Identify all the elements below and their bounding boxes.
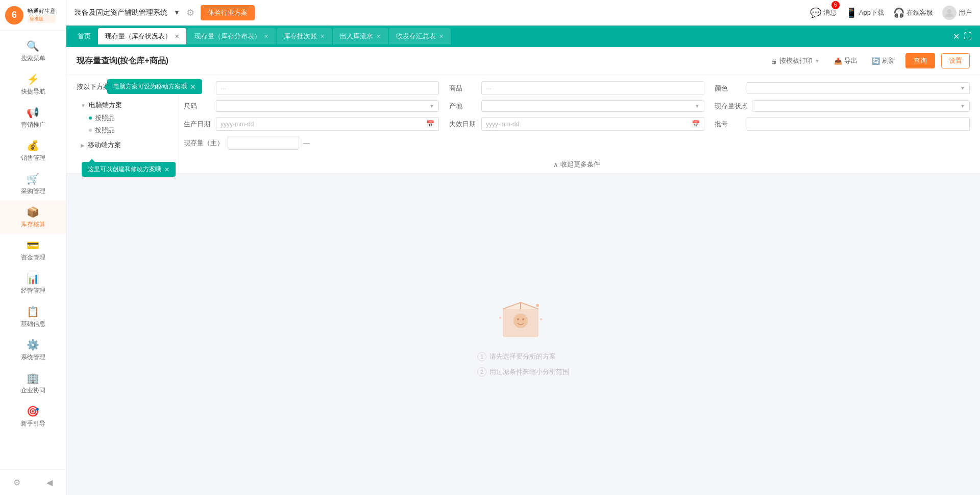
quicknav-icon: ⚡ xyxy=(27,73,39,85)
sidebar-item-guide[interactable]: 🎯 新手引导 xyxy=(0,400,66,433)
marketing-icon: 📢 xyxy=(27,106,39,119)
filter-origin-select[interactable]: ▼ xyxy=(481,100,704,112)
sidebar-item-system[interactable]: ⚙️ 系统管理 xyxy=(0,334,66,367)
message-badge: 6 xyxy=(831,1,840,9)
tooltip2-before xyxy=(89,159,95,162)
scheme-desktop[interactable]: ▼ 电脑端方案 xyxy=(77,99,173,112)
sidebar-item-enterprise[interactable]: 🏢 企业协同 xyxy=(0,367,66,400)
filter-color-select[interactable]: ▼ xyxy=(747,82,970,94)
sidebar-item-inventory[interactable]: 📦 库存核算 xyxy=(0,201,66,234)
close-tab-button[interactable]: ✕ xyxy=(953,32,960,41)
sidebar-item-search[interactable]: 🔍 搜索菜单 xyxy=(0,35,66,68)
template-print-button[interactable]: 🖨 按模板打印 ▼ xyxy=(767,54,824,67)
svg-point-4 xyxy=(522,318,524,320)
user-action[interactable]: 用户 xyxy=(942,6,972,20)
filter-size-select[interactable]: ▼ xyxy=(216,100,439,112)
sidebar-item-operations[interactable]: 📊 经营管理 xyxy=(0,267,66,300)
dots-icon: ··· xyxy=(220,84,226,92)
filter-row-stock-qty: 现存量（主） — xyxy=(184,136,439,150)
filter-stock-qty-min[interactable] xyxy=(228,136,299,150)
tab-receive-summary[interactable]: 收发存汇总表 ✕ xyxy=(389,28,451,44)
tab-inventory-status[interactable]: 现存量（库存状况表） ✕ xyxy=(98,28,186,44)
filter-grid: 仓库 ··· 商品 ··· 颜色 xyxy=(184,81,970,156)
collapse-label: 收起更多条件 xyxy=(560,160,600,169)
filter-color-label: 颜色 xyxy=(715,84,743,93)
filter-product-label: 商品 xyxy=(449,84,477,93)
sidebar-item-marketing[interactable]: 📢 营销推广 xyxy=(0,101,66,134)
dropdown-icon: ▼ xyxy=(815,58,820,64)
chevron-up-icon: ∧ xyxy=(553,161,558,169)
sub-scheme-1[interactable]: 按照品 xyxy=(77,112,173,124)
tab-close-icon[interactable]: ✕ xyxy=(439,33,444,40)
top-header: 装备及固定资产辅助管理系统 ▼ ⚙ 体验行业方案 💬 6 消息 📱 App下载 … xyxy=(66,0,980,26)
sub-scheme-2[interactable]: 按照品 xyxy=(77,124,173,136)
filter-mfg-date-start[interactable]: yyyy-mm-dd 📅 xyxy=(216,117,439,131)
message-action[interactable]: 💬 6 消息 xyxy=(810,7,837,18)
filter-batch-input[interactable] xyxy=(747,117,970,131)
filter-row-size: 尺码 ▼ xyxy=(184,100,439,112)
filter-mfg-date-label: 生产日期 xyxy=(184,120,212,129)
app-download-action[interactable]: 📱 App下载 xyxy=(846,7,884,18)
sidebar-item-sales[interactable]: 💰 销售管理 xyxy=(0,134,66,168)
tab-batch-account[interactable]: 库存批次账 ✕ xyxy=(277,28,332,44)
sidebar-item-purchase[interactable]: 🛒 采购管理 xyxy=(0,168,66,201)
tooltip2-text: 这里可以创建和修改方案哦 xyxy=(88,165,161,174)
message-label: 消息 xyxy=(823,8,837,17)
svg-point-7 xyxy=(540,318,542,320)
sidebar-item-label: 库存核算 xyxy=(21,220,45,229)
filter-section: 按以下方案查询 + ✎ « 电脑方案可设为移动方案哦 ✕ ▼ 电脑端 xyxy=(66,75,980,174)
settings-button[interactable]: 设置 xyxy=(941,53,970,68)
filter-stock-status-select[interactable]: ▼ xyxy=(752,100,970,112)
filter-warehouse-input[interactable]: ··· xyxy=(216,81,439,95)
tab-inout-flow[interactable]: 出入库流水 ✕ xyxy=(333,28,388,44)
tab-inventory-dist-label: 现存量（库存分布表） xyxy=(194,32,261,41)
filter-row-exp-date: 失效日期 yyyy-mm-dd 📅 xyxy=(449,117,704,131)
content-area: 现存量查询(按仓库+商品) 🖨 按模板打印 ▼ 📤 导出 🔄 刷新 查询 设置 xyxy=(66,47,980,495)
collapse-filter-button[interactable]: ∧ 收起更多条件 xyxy=(184,156,970,173)
sidebar-item-label: 经营管理 xyxy=(21,287,45,295)
phone-icon: 📱 xyxy=(846,7,857,18)
scheme-mobile-label: 移动端方案 xyxy=(88,140,121,150)
support-action[interactable]: 🎧 在线客服 xyxy=(893,7,933,18)
refresh-icon: 🔄 xyxy=(872,57,880,65)
page-title: 现存量查询(按仓库+商品) xyxy=(77,56,168,66)
filter-product-input[interactable]: ··· xyxy=(481,81,704,95)
collapse-sidebar-button[interactable]: ◀ xyxy=(44,475,55,490)
expand-tab-button[interactable]: ⛶ xyxy=(964,32,972,41)
sidebar-item-quicknav[interactable]: ⚡ 快捷导航 xyxy=(0,68,66,101)
filter-stock-status-label: 现存量状态 xyxy=(715,102,748,111)
sidebar-item-label: 基础信息 xyxy=(21,320,45,328)
sidebar-item-label: 快捷导航 xyxy=(21,87,45,96)
tab-close-icon[interactable]: ✕ xyxy=(175,33,179,40)
gear-icon[interactable]: ⚙ xyxy=(186,7,194,18)
sidebar-item-finance[interactable]: 💳 资金管理 xyxy=(0,234,66,267)
sub-dot-icon xyxy=(89,129,92,132)
sidebar-item-basic[interactable]: 📋 基础信息 xyxy=(0,300,66,334)
export-button[interactable]: 📤 导出 xyxy=(830,54,862,67)
support-label: 在线客服 xyxy=(906,8,933,17)
tab-home[interactable]: 首页 xyxy=(70,28,98,44)
filter-exp-date-start[interactable]: yyyy-mm-dd 📅 xyxy=(481,117,704,131)
refresh-button[interactable]: 🔄 刷新 xyxy=(868,54,899,67)
settings-button[interactable]: ⚙ xyxy=(11,475,23,490)
query-button[interactable]: 查询 xyxy=(905,53,935,68)
empty-hint-2: 2 用过滤条件来缩小分析范围 xyxy=(477,366,569,378)
filter-header: 按以下方案查询 + ✎ « 电脑方案可设为移动方案哦 ✕ xyxy=(77,81,173,92)
industry-plan-button[interactable]: 体验行业方案 xyxy=(201,5,255,20)
tooltip-create-scheme: 这里可以创建和修改方案哦 ✕ xyxy=(82,162,176,177)
filter-row-batch: 批号 xyxy=(715,117,970,131)
sidebar-item-label: 采购管理 xyxy=(21,187,45,196)
tab-close-icon[interactable]: ✕ xyxy=(376,33,381,40)
system-dropdown[interactable]: ▼ xyxy=(174,9,180,16)
header-right: 💬 6 消息 📱 App下载 🎧 在线客服 用户 xyxy=(810,6,972,20)
tooltip-close-button[interactable]: ✕ xyxy=(190,83,196,91)
tab-close-icon[interactable]: ✕ xyxy=(320,33,325,40)
sub-scheme-2-label: 按照品 xyxy=(95,126,115,135)
calendar-icon: 📅 xyxy=(426,120,434,128)
scheme-mobile[interactable]: ▶ 移动端方案 xyxy=(77,138,173,152)
tab-close-icon[interactable]: ✕ xyxy=(264,33,268,40)
tooltip2-close-button[interactable]: ✕ xyxy=(164,166,169,173)
tab-inventory-dist[interactable]: 现存量（库存分布表） ✕ xyxy=(187,28,276,44)
expand-icon: ▶ xyxy=(81,143,85,148)
sidebar-item-label: 营销推广 xyxy=(21,121,45,129)
